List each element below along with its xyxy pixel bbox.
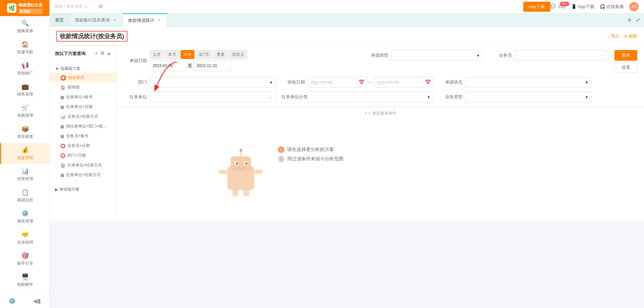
sidebar-item-wechat[interactable]: 💬 企业微信	[0, 291, 49, 294]
detail-icon: 🏠	[60, 85, 65, 90]
breadcrumb-area: 财务 / 资金管理 ▾ ⚙	[55, 3, 518, 10]
collapse-label: 收起更多条件	[372, 111, 396, 115]
review-date-to[interactable]: yyyy-mm-dd 📅	[374, 77, 434, 88]
date-tab-this-year[interactable]: 本年	[180, 50, 195, 59]
scheme-sales-account-label: 业务员+账号	[66, 133, 89, 139]
svg-rect-7	[254, 170, 263, 174]
tab-bar-right: ✕ ⤢	[627, 17, 644, 23]
sidebar-item-marketing[interactable]: 📢 营销推广	[0, 58, 49, 80]
scheme-item-detail[interactable]: 🏠 按明细	[50, 83, 116, 92]
notification-badge: 99+	[560, 2, 569, 6]
sidebar-item-guide[interactable]: 🎯 新手引导	[0, 249, 49, 270]
sidebar-item-operation[interactable]: 📊 经营管理	[0, 164, 49, 185]
more-icon[interactable]: ···	[269, 95, 272, 100]
message-icon: 💬	[550, 4, 556, 9]
sidebar-item-inventory[interactable]: 📦 库存核算	[0, 122, 49, 143]
customer-select[interactable]: ···	[150, 92, 276, 102]
app-label: App下载	[578, 4, 594, 10]
refresh-button[interactable]: ↺ 刷新	[624, 33, 637, 39]
doc-status-select[interactable]: ▾	[465, 77, 592, 88]
mobile-group-title[interactable]: ▶ 移动端方案	[50, 185, 116, 194]
sidebar-item-finance[interactable]: 💰 资金管理	[0, 143, 49, 164]
customer-filter: 往来单位 ···	[123, 92, 276, 102]
user-avatar[interactable]: Rit	[629, 2, 639, 11]
online-service-button[interactable]: 🎧 在线客服	[600, 4, 624, 10]
settings-button[interactable]: 设置	[614, 62, 637, 73]
dept-select[interactable]: ▾	[150, 77, 276, 88]
scheme-item-salesperson[interactable]: ⭕ 按业务员	[50, 73, 116, 83]
scheme-item-unit-account[interactable]: ▦ 往来单位+账号	[50, 92, 116, 102]
message-icon-wrap[interactable]: 💬 消息 99+	[550, 4, 566, 9]
scheme-item-unit-settle1[interactable]: 🏠 往来单位+结算方式	[50, 160, 116, 170]
sidebar-item-system[interactable]: ⚙️ 系统管理	[0, 206, 49, 227]
scheme-item-unit-settle2[interactable]: ▦ 往来单位+结算方式	[50, 170, 116, 180]
customer-category-select[interactable]: ▾	[308, 92, 434, 102]
date-tab-last-month[interactable]: 上月	[150, 50, 164, 59]
customer-label: 往来单位	[123, 94, 147, 100]
collapse-bar[interactable]: ∧∧ 收起更多条件	[117, 107, 644, 119]
sidebar-item-hardware[interactable]: 🖥️ 智能硬件	[0, 270, 49, 291]
scheme-item-sales-settle[interactable]: 📊 业务员+结算方式	[50, 112, 116, 121]
tab-collection[interactable]: 收款情况统计 ✕	[123, 13, 167, 27]
service-label: 在线客服	[606, 4, 624, 10]
sidebar-item-label: 经营管理	[17, 176, 33, 182]
date-tab-custom[interactable]: 自定义	[229, 50, 247, 59]
date-tab-7days[interactable]: 近7天	[196, 50, 212, 59]
scheme-sales-date-label: 业务员+日期	[67, 143, 90, 149]
sales-icon: 💼	[21, 83, 29, 90]
sidebar-item-label: 采购管理	[17, 113, 33, 118]
sidebar-item-sales[interactable]: 💼 销售管理	[0, 80, 49, 101]
review-date-label: 审核日期	[281, 79, 305, 85]
dept-label: 部门	[123, 79, 147, 85]
salesperson-select[interactable]: ···	[515, 50, 606, 61]
doc-status-label: 单据状态	[439, 79, 463, 85]
query-button[interactable]: 查询	[614, 50, 637, 61]
scheme-item-sales-date[interactable]: ⭕ 业务员+日期	[50, 141, 116, 151]
collab-icon: 🤝	[21, 231, 29, 238]
scheme-settings-icon[interactable]: ⚙	[100, 50, 105, 57]
date-from-input[interactable]	[150, 60, 186, 71]
date-tab-more[interactable]: 更多	[214, 50, 228, 59]
biz-type-label: 业务类型	[439, 94, 463, 100]
sidebar-item-basic[interactable]: 📋 基础信息	[0, 185, 49, 206]
scheme-item-sales-account[interactable]: ▦ 业务员+账号	[50, 131, 116, 141]
chevron-down-icon: ▼	[55, 66, 59, 71]
maximize-icon[interactable]: ⤢	[636, 17, 640, 23]
gear-icon[interactable]: ⚙	[98, 3, 103, 10]
scheme-detail-label: 按明细	[67, 85, 79, 90]
biz-type-select[interactable]: ▾	[465, 92, 592, 102]
tab-collection-close[interactable]: ✕	[156, 18, 162, 23]
content-area: 按以下方案查询 + ⚙ « ▼ 电脑端方案	[50, 46, 644, 220]
settings-bottom-icon[interactable]: ⚙️	[8, 297, 16, 305]
toggle-sidebar-icon[interactable]: ◀▮	[33, 297, 41, 305]
collapse-panel-icon[interactable]: «	[107, 50, 111, 57]
export-button[interactable]: ↑ 导出	[607, 33, 620, 39]
collapse-icon: ∧∧	[364, 111, 371, 115]
sidebar-item-search[interactable]: 🔍 搜索菜单	[0, 16, 49, 37]
trial-button[interactable]: App下载	[523, 2, 550, 12]
sidebar-item-collab[interactable]: 🤝 企业协同	[0, 227, 49, 249]
doc-type-select[interactable]: ▾	[391, 50, 483, 61]
date-tab-this-month[interactable]: 本月	[165, 50, 179, 59]
add-scheme-icon[interactable]: +	[94, 50, 98, 57]
hint-text-1: 请先选择要分析的方案	[287, 147, 334, 153]
doc-status-filter: 单据状态 ▾	[439, 77, 592, 88]
export-icon: ↑	[607, 34, 610, 39]
scheme-item-dept-date[interactable]: ⭕ 部门+日期	[50, 151, 116, 160]
robot-svg	[217, 146, 264, 200]
close-window-icon[interactable]: ✕	[627, 17, 632, 23]
date-to-input[interactable]	[194, 60, 230, 71]
mobile-group-label: 移动端方案	[59, 187, 79, 192]
guide-icon: 🎯	[21, 252, 29, 259]
tab-cashflow-close[interactable]: ✕	[112, 17, 117, 23]
scheme-item-unit-dept[interactable]: ▦ 按往来单位+部门+收...	[50, 121, 116, 131]
scheme-item-unit-date[interactable]: ▦ 往来单位+日期	[50, 102, 116, 112]
tab-cashflow[interactable]: 现金银行流水查询 ✕	[69, 13, 123, 27]
sidebar-item-purchase[interactable]: 🛒 采购管理	[0, 101, 49, 122]
review-date-from[interactable]: yyyy-mm-dd 📅	[308, 77, 367, 88]
desktop-group-title[interactable]: ▼ 电脑端方案	[50, 64, 116, 73]
app-download-button[interactable]: 📱 App下载	[571, 4, 594, 10]
sidebar-item-quicknav[interactable]: 🏠 快捷导航	[0, 37, 49, 58]
tab-home[interactable]: 首页	[50, 13, 69, 27]
hint-num-2: 2	[278, 156, 284, 162]
